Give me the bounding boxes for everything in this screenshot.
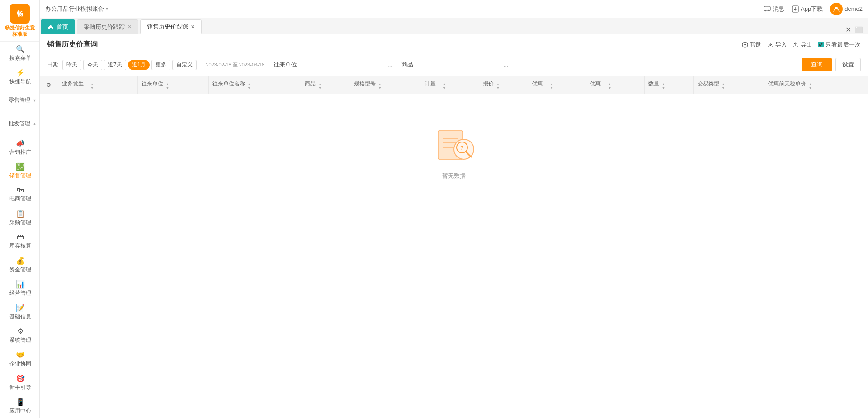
goods-dots[interactable]: ...: [504, 62, 509, 68]
empty-icon: ?: [427, 121, 481, 166]
message-label: 消息: [773, 5, 784, 13]
sidebar-nav: 🔍 搜索菜单 ⚡ 快捷导航 零售管理 ▾ 批发管理 ▴ 📣 营销推广 💹 销售管…: [0, 42, 39, 418]
col-unit[interactable]: 计量... ▲▼: [421, 76, 479, 94]
app-center-icon: 📱: [16, 398, 25, 406]
goods-filter-group: 商品 ...: [401, 60, 509, 69]
app-subtitle: 标准版: [5, 31, 35, 37]
user-menu[interactable]: demo2: [830, 3, 863, 15]
export-button[interactable]: 导出: [793, 41, 812, 49]
settings-button[interactable]: 设置: [835, 58, 861, 71]
sidebar-item-wholesale[interactable]: 批发管理 ▴: [0, 112, 39, 136]
date-btn-yesterday[interactable]: 昨天: [62, 60, 81, 70]
sidebar-item-ecommerce[interactable]: 🛍 电商管理: [0, 183, 39, 206]
app-selector[interactable]: 办公用品行业模拟账套 ▾: [45, 5, 108, 13]
sidebar-item-label: 搜索菜单: [9, 54, 31, 62]
sidebar-item-retail[interactable]: 零售管理 ▾: [0, 89, 39, 112]
help-button[interactable]: ? 帮助: [742, 41, 762, 49]
chevron-down-icon: ▾: [33, 98, 36, 103]
import-icon: [767, 42, 774, 48]
tab-sales[interactable]: 销售历史价跟踪 ✕: [140, 19, 202, 34]
sidebar-item-enterprise[interactable]: 🤝 企业协同: [0, 347, 39, 371]
col-partner-code[interactable]: 往来单位 ▲▼: [138, 76, 209, 94]
partner-input[interactable]: [301, 60, 384, 69]
sidebar-item-app-center[interactable]: 📱 应用中心: [0, 394, 39, 418]
sort-arrows: ▲▼: [378, 83, 382, 90]
sidebar-item-label: 批发管理: [5, 120, 33, 128]
sidebar-item-marketing[interactable]: 📣 营销推广: [0, 136, 39, 159]
sidebar-item-search[interactable]: 🔍 搜索菜单: [0, 42, 39, 65]
tab-home[interactable]: 首页: [41, 19, 75, 34]
header-actions: ? 帮助 导入 导出 只看最: [742, 41, 861, 49]
newbie-icon: 🎯: [16, 374, 25, 383]
table-area: ⚙ 业务发生... ▲▼ 往来单位 ▲▼ 往来单位名称 ▲▼: [40, 76, 868, 418]
sidebar-item-label: 企业协同: [9, 360, 31, 368]
import-label: 导入: [775, 41, 787, 49]
col-quantity[interactable]: 数量 ▲▼: [645, 76, 694, 94]
query-button[interactable]: 查询: [802, 58, 832, 71]
sort-arrows: ▲▼: [90, 83, 94, 90]
sidebar-item-basic[interactable]: 📝 基础信息: [0, 300, 39, 324]
import-button[interactable]: 导入: [767, 41, 787, 49]
sidebar-item-label: 销售管理: [9, 172, 31, 180]
sidebar-item-label: 新手引导: [9, 384, 31, 391]
tab-purchase[interactable]: 采购历史价跟踪 ✕: [77, 19, 138, 34]
date-btn-1month[interactable]: 近1月: [128, 60, 150, 70]
col-settings[interactable]: ⚙: [40, 76, 58, 94]
sidebar-item-label: 经营管理: [9, 290, 31, 297]
sidebar-item-newbie[interactable]: 🎯 新手引导: [0, 371, 39, 394]
maximize-window-icon[interactable]: ⬜: [855, 26, 863, 33]
date-btn-today[interactable]: 今天: [83, 60, 102, 70]
svg-text:畅: 畅: [17, 10, 23, 17]
close-sales-tab-icon[interactable]: ✕: [191, 24, 195, 30]
svg-text:?: ?: [460, 145, 463, 151]
col-pretax-price[interactable]: 优惠前无税单价 ▲▼: [764, 76, 868, 94]
col-quoted-price[interactable]: 报价 ▲▼: [479, 76, 528, 94]
partner-filter-group: 往来单位 ...: [274, 60, 392, 69]
col-goods[interactable]: 商品 ▲▼: [301, 76, 350, 94]
sidebar-item-system[interactable]: ⚙ 系统管理: [0, 324, 39, 347]
col-spec[interactable]: 规格型号 ▲▼: [350, 76, 421, 94]
col-business-date[interactable]: 业务发生... ▲▼: [58, 76, 138, 94]
marketing-icon: 📣: [16, 139, 25, 147]
col-discount1[interactable]: 优惠... ▲▼: [528, 76, 586, 94]
only-last-checkbox[interactable]: [818, 42, 824, 48]
export-label: 导出: [801, 41, 812, 49]
sort-arrows: ▲▼: [661, 83, 665, 90]
goods-input[interactable]: [417, 60, 500, 69]
sidebar-item-sales[interactable]: 💹 销售管理: [0, 159, 39, 183]
partner-dots[interactable]: ...: [387, 62, 392, 68]
close-window-icon[interactable]: ✕: [845, 25, 851, 34]
sidebar-item-purchase[interactable]: 📋 采购管理: [0, 206, 39, 230]
date-btn-custom[interactable]: 自定义: [172, 60, 197, 70]
message-icon: [764, 5, 771, 13]
data-table: ⚙ 业务发生... ▲▼ 往来单位 ▲▼ 往来单位名称 ▲▼: [40, 76, 868, 94]
date-btn-more[interactable]: 更多: [151, 60, 170, 70]
app-download-button[interactable]: App下载: [792, 5, 823, 13]
sidebar-item-label: 基础信息: [9, 313, 31, 321]
date-btn-7days[interactable]: 近7天: [104, 60, 126, 70]
sidebar-item-label: 采购管理: [9, 219, 31, 227]
page-title: 销售历史价查询: [47, 40, 98, 49]
sidebar-item-label: 应用中心: [9, 407, 31, 415]
sidebar-item-label: 库存核算: [9, 242, 31, 250]
basic-icon: 📝: [16, 304, 25, 312]
sidebar-item-inventory[interactable]: 🗃 库存核算: [0, 230, 39, 253]
sidebar-item-shortcut[interactable]: ⚡ 快捷导航: [0, 65, 39, 89]
date-filter-group: 日期 昨天 今天 近7天 近1月 更多 自定义 2023-02-18 至 202…: [47, 60, 264, 70]
app-selector-label: 办公用品行业模拟账套: [45, 5, 104, 13]
search-icon: 🔍: [16, 45, 25, 53]
only-last-label: 只看最后一次: [826, 41, 861, 49]
sidebar-item-label: 营销推广: [9, 148, 31, 156]
avatar: [830, 3, 843, 15]
sidebar-item-operations[interactable]: 📊 经营管理: [0, 277, 39, 300]
empty-state: ? 暂无数据: [40, 94, 868, 207]
col-trade-type[interactable]: 交易类型 ▲▼: [693, 76, 764, 94]
close-purchase-tab-icon[interactable]: ✕: [127, 24, 132, 30]
col-discount2[interactable]: 优惠... ▲▼: [586, 76, 645, 94]
sidebar-item-finance[interactable]: 💰 资金管理: [0, 253, 39, 277]
col-partner-name[interactable]: 往来单位名称 ▲▼: [208, 76, 301, 94]
message-button[interactable]: 消息: [764, 5, 784, 13]
tab-home-label: 首页: [57, 23, 68, 31]
only-last-group[interactable]: 只看最后一次: [818, 41, 861, 49]
empty-text: 暂无数据: [442, 172, 466, 180]
